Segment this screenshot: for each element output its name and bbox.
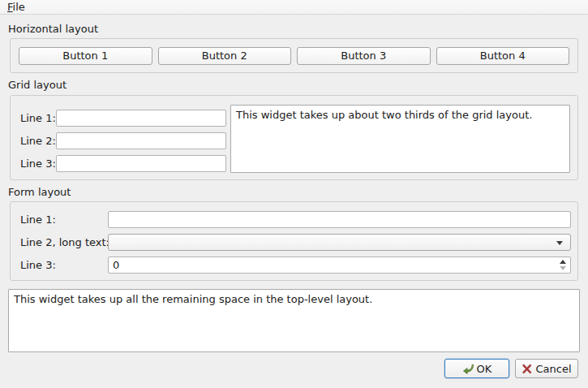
- grid-textedit-text: This widget takes up about two thirds of…: [236, 109, 532, 121]
- form-line1-input[interactable]: [108, 211, 571, 228]
- groupbox-horizontal: Button 1 Button 2 Button 3 Button 4: [10, 38, 578, 73]
- button-2[interactable]: Button 2: [158, 47, 292, 65]
- button-4[interactable]: Button 4: [436, 47, 570, 65]
- grid-line1-input[interactable]: [56, 110, 226, 127]
- grid-line3-input[interactable]: [56, 155, 226, 172]
- form-line1-label: Line 1:: [20, 211, 56, 228]
- bottom-textedit[interactable]: This widget takes up all the remaining s…: [8, 289, 580, 352]
- spin-down-icon[interactable]: [560, 266, 566, 270]
- bottom-textedit-text: This widget takes up all the remaining s…: [14, 293, 372, 305]
- form-line3-label: Line 3:: [20, 257, 56, 274]
- form-line2-label: Line 2, long text:: [20, 234, 109, 251]
- menubar: File: [0, 0, 588, 15]
- cancel-button-label: Cancel: [535, 363, 571, 375]
- grid-textedit[interactable]: This widget takes up about two thirds of…: [230, 105, 570, 173]
- grid-line3-label: Line 3:: [20, 155, 56, 172]
- groupbox-form: Line 1: Line 2, long text: Line 3: 0: [10, 201, 578, 281]
- groupbox-grid: Line 1: Line 2: Line 3: This widget take…: [10, 95, 578, 180]
- form-line2-combobox[interactable]: [108, 234, 571, 251]
- groupbox-title-form: Form layout: [8, 187, 71, 198]
- dialog-window: { "menubar": { "file": { "mnemonic": "F"…: [0, 0, 588, 388]
- menu-file[interactable]: File: [2, 0, 30, 15]
- groupbox-title-horizontal: Horizontal layout: [8, 24, 98, 35]
- ok-button-label: OK: [477, 363, 492, 375]
- cancel-button[interactable]: Cancel: [515, 359, 578, 378]
- groupbox-title-grid: Grid layout: [8, 80, 67, 91]
- grid-line2-input[interactable]: [56, 132, 226, 149]
- spin-up-icon[interactable]: [560, 260, 566, 264]
- menu-file-rest: ile: [13, 1, 25, 13]
- grid-line2-label: Line 2:: [20, 132, 56, 149]
- ok-green-arrow-icon: [462, 363, 474, 374]
- ok-button[interactable]: OK: [444, 359, 509, 378]
- grid-line1-label: Line 1:: [20, 110, 56, 127]
- button-3[interactable]: Button 3: [297, 47, 431, 65]
- cancel-red-cross-icon: [521, 364, 532, 374]
- spinbox-value: 0: [113, 257, 119, 273]
- form-line3-spinbox[interactable]: 0: [108, 257, 571, 274]
- spinbox-buttons: [556, 258, 569, 272]
- chevron-down-icon: [556, 241, 563, 245]
- button-1[interactable]: Button 1: [19, 47, 152, 65]
